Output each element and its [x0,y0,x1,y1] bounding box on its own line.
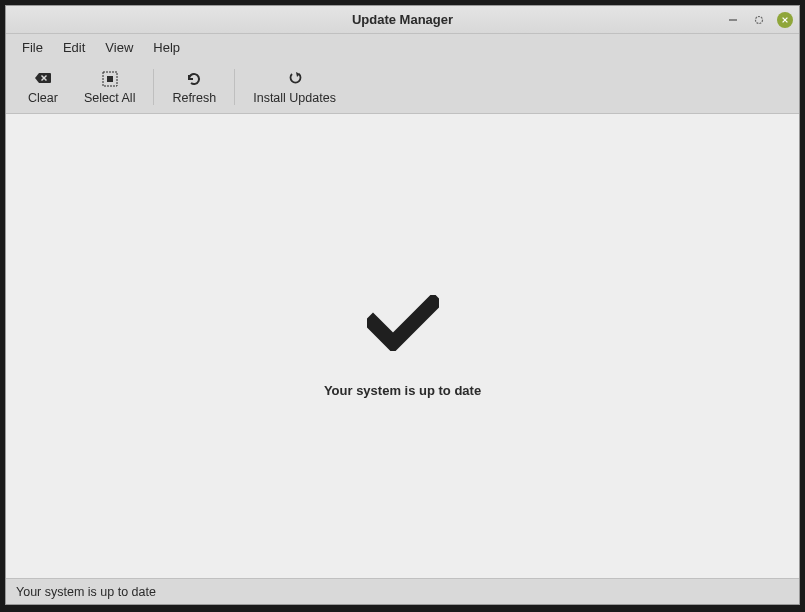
window-title: Update Manager [352,12,453,27]
install-updates-label: Install Updates [253,91,336,105]
menu-file[interactable]: File [14,37,51,58]
refresh-icon [186,69,202,89]
clear-icon [34,69,52,89]
clear-button[interactable]: Clear [14,65,72,109]
content-area: Your system is up to date [6,114,799,578]
toolbar-separator [234,69,235,105]
menu-edit[interactable]: Edit [55,37,93,58]
checkmark-icon [367,295,439,355]
menu-view[interactable]: View [97,37,141,58]
menubar: File Edit View Help [6,34,799,60]
select-all-label: Select All [84,91,135,105]
minimize-button[interactable] [725,12,741,28]
install-updates-icon [286,69,304,89]
refresh-label: Refresh [172,91,216,105]
refresh-button[interactable]: Refresh [160,65,228,109]
menu-help[interactable]: Help [145,37,188,58]
svg-point-1 [756,16,763,23]
close-button[interactable] [777,12,793,28]
select-all-icon [102,69,118,89]
svg-rect-7 [107,76,113,82]
toolbar: Clear Select All Refresh [6,60,799,114]
titlebar: Update Manager [6,6,799,34]
window-controls [725,12,793,28]
statusbar-message: Your system is up to date [16,585,156,599]
clear-label: Clear [28,91,58,105]
select-all-button[interactable]: Select All [72,65,147,109]
statusbar: Your system is up to date [6,578,799,604]
toolbar-separator [153,69,154,105]
status-message: Your system is up to date [324,383,481,398]
maximize-button[interactable] [751,12,767,28]
app-window: Update Manager File Edit View Help [5,5,800,605]
install-updates-button[interactable]: Install Updates [241,65,348,109]
